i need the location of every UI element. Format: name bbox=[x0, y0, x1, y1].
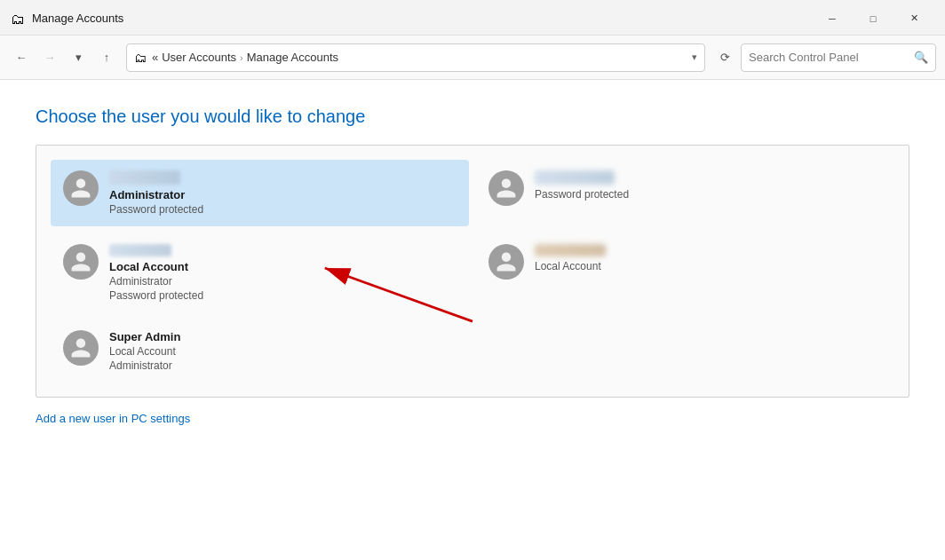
refresh-button[interactable]: ⟳ bbox=[712, 45, 737, 70]
title-bar-left: 🗂 Manage Accounts bbox=[11, 12, 123, 26]
nav-bar: ← → ▾ ↑ 🗂 « User Accounts › Manage Accou… bbox=[0, 35, 945, 80]
window-controls: ─ □ ✕ bbox=[812, 4, 934, 33]
user-icon-5 bbox=[69, 336, 92, 359]
account-info-administrator: Administrator Password protected bbox=[109, 170, 203, 216]
account-detail-3a: Administrator bbox=[109, 275, 203, 288]
add-user-link[interactable]: Add a new user in PC settings bbox=[36, 412, 190, 425]
account-name-3: Local Account bbox=[109, 260, 203, 273]
account-name-1: Administrator bbox=[109, 188, 203, 201]
breadcrumb-icon: 🗂 bbox=[134, 51, 147, 65]
dropdown-button[interactable]: ▾ bbox=[66, 45, 91, 70]
account-detail-superadmin-2: Administrator bbox=[109, 359, 180, 372]
account-name-superadmin: Super Admin bbox=[109, 330, 180, 343]
account-item-2[interactable]: Password protected bbox=[476, 160, 894, 226]
close-button[interactable]: ✕ bbox=[893, 4, 934, 33]
user-icon-3 bbox=[69, 250, 92, 273]
account-info-localaccount: Local Account Administrator Password pro… bbox=[109, 244, 203, 302]
breadcrumb-dropdown-icon[interactable]: ▾ bbox=[692, 51, 697, 63]
minimize-button[interactable]: ─ bbox=[812, 4, 853, 33]
account-avatar-2 bbox=[488, 170, 524, 206]
accounts-container: Administrator Password protected Passwor… bbox=[36, 145, 909, 398]
window-title: Manage Accounts bbox=[32, 12, 123, 25]
account-item-localaccount[interactable]: Local Account Administrator Password pro… bbox=[51, 233, 469, 312]
account-detail-1: Password protected bbox=[109, 203, 203, 216]
breadcrumb-sep1: « bbox=[152, 51, 158, 64]
title-bar: 🗂 Manage Accounts ─ □ ✕ bbox=[0, 0, 945, 35]
account-avatar-blur-4 bbox=[535, 244, 606, 256]
account-info-2: Password protected bbox=[535, 170, 629, 201]
search-button[interactable]: 🔍 bbox=[914, 51, 928, 64]
account-avatar-blur-1 bbox=[109, 170, 180, 185]
account-detail-2: Password protected bbox=[535, 188, 629, 201]
account-info-4: Local Account bbox=[535, 244, 606, 272]
forward-button[interactable]: → bbox=[37, 45, 62, 70]
account-detail-superadmin-1: Local Account bbox=[109, 345, 180, 358]
breadcrumb-sep2: › bbox=[240, 52, 243, 63]
account-item-superadmin[interactable]: Super Admin Local Account Administrator bbox=[51, 319, 469, 383]
address-bar[interactable]: 🗂 « User Accounts › Manage Accounts ▾ bbox=[126, 43, 705, 72]
search-box[interactable]: 🔍 bbox=[741, 43, 936, 72]
account-avatar-4 bbox=[488, 244, 524, 280]
account-info-superadmin: Super Admin Local Account Administrator bbox=[109, 330, 180, 372]
back-button[interactable]: ← bbox=[9, 45, 34, 70]
user-icon-4 bbox=[495, 250, 518, 273]
account-detail-3b: Password protected bbox=[109, 289, 203, 302]
account-avatar-administrator bbox=[63, 170, 99, 206]
app-icon: 🗂 bbox=[11, 12, 25, 26]
account-avatar-blur-2 bbox=[535, 170, 615, 185]
breadcrumb-part1: User Accounts bbox=[162, 51, 236, 64]
account-avatar-blur-3 bbox=[109, 244, 171, 256]
account-item-4[interactable]: Local Account bbox=[476, 233, 894, 312]
main-content: Choose the user you would like to change… bbox=[0, 80, 945, 560]
account-avatar-superadmin bbox=[63, 330, 99, 366]
account-avatar-localaccount bbox=[63, 244, 99, 280]
breadcrumb-part2: Manage Accounts bbox=[247, 51, 338, 64]
page-title: Choose the user you would like to change bbox=[36, 106, 909, 127]
account-item-administrator[interactable]: Administrator Password protected bbox=[51, 160, 469, 226]
user-icon-2 bbox=[495, 177, 518, 200]
search-input[interactable] bbox=[749, 51, 909, 64]
breadcrumb: « User Accounts › Manage Accounts bbox=[152, 51, 687, 64]
maximize-button[interactable]: □ bbox=[853, 4, 893, 33]
up-button[interactable]: ↑ bbox=[94, 45, 119, 70]
user-icon bbox=[69, 177, 92, 200]
account-detail-4: Local Account bbox=[535, 260, 606, 272]
